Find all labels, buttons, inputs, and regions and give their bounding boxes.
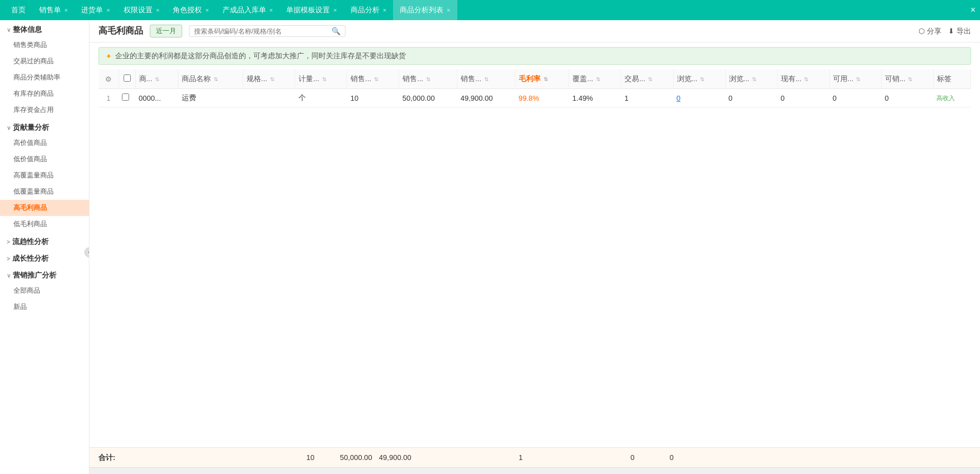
sidebar-section-贡献量分析[interactable]: ∨贡献量分析	[0, 118, 89, 135]
close-tab-icon[interactable]: ×	[106, 7, 110, 13]
sort-icon: ⇅	[698, 76, 704, 82]
sidebar-item-高价值商品[interactable]: 高价值商品	[0, 135, 89, 151]
nav-item-商品分析列表[interactable]: 商品分析列表×	[393, 0, 457, 20]
sidebar-item-低毛利商品[interactable]: 低毛利商品	[0, 216, 89, 232]
nav-item-销售单[interactable]: 销售单×	[32, 0, 74, 20]
header-actions: ⬡ 分享 ⬇ 导出	[919, 26, 971, 36]
chevron-icon: ∨	[7, 27, 11, 33]
close-tab-icon[interactable]: ×	[64, 7, 68, 13]
sidebar-item-有库存的商品[interactable]: 有库存的商品	[0, 86, 89, 102]
product-code: 0000...	[135, 89, 178, 107]
data-table: ⚙商... ⇅商品名称 ⇅规格... ⇅计量... ⇅销售... ⇅销售... …	[98, 69, 971, 107]
sidebar: « ∨整体信息销售类商品交易过的商品商品分类辅助率有库存的商品库存资金占用∨贡献…	[0, 20, 89, 474]
close-tab-icon[interactable]: ×	[269, 7, 273, 13]
sidebar-item-低覆盖量商品[interactable]: 低覆盖量商品	[0, 184, 89, 200]
product-spec	[243, 89, 295, 107]
column-header-15[interactable]: 可用... ⇅	[829, 69, 881, 89]
info-banner: ✦ 企业的主要的利润都是这部分商品创造的，可考虑加大推广，同时关注库存是不要出现…	[98, 47, 971, 65]
sidebar-section-成长性分析[interactable]: >成长性分析	[0, 249, 89, 266]
footer-cell-15	[706, 453, 745, 462]
close-all-tabs[interactable]: ×	[970, 5, 976, 15]
sidebar-section-整体信息[interactable]: ∨整体信息	[0, 20, 89, 37]
sidebar-item-销售类商品[interactable]: 销售类商品	[0, 37, 89, 53]
column-header-11[interactable]: 交易... ⇅	[621, 69, 673, 89]
sort-icon: ⇅	[372, 76, 378, 82]
close-tab-icon[interactable]: ×	[156, 7, 159, 13]
saleable-stock: 0	[881, 89, 933, 107]
sales-amount: 50,000.00	[399, 89, 457, 107]
footer-cell-8	[426, 453, 476, 462]
close-tab-icon[interactable]: ×	[383, 7, 386, 13]
close-tab-icon[interactable]: ×	[205, 7, 209, 13]
nav-item-产成品入库单[interactable]: 产成品入库单×	[216, 0, 280, 20]
sidebar-item-低价值商品[interactable]: 低价值商品	[0, 151, 89, 167]
browse-count1[interactable]: 0	[673, 89, 725, 107]
export-button[interactable]: ⬇ 导出	[948, 26, 971, 36]
sidebar-item-高毛利商品[interactable]: 高毛利商品	[0, 200, 89, 216]
column-header-16[interactable]: 可销... ⇅	[881, 69, 933, 89]
filter-recent-month-button[interactable]: 近一月	[150, 25, 182, 37]
sort-icon: ⇅	[646, 76, 652, 82]
column-header-12[interactable]: 浏览... ⇅	[673, 69, 725, 89]
select-all-checkbox[interactable]	[124, 74, 131, 82]
row-checkbox-input[interactable]	[122, 93, 129, 101]
column-header-7[interactable]: 销售... ⇅	[399, 69, 457, 89]
footer-cell-14: 0	[666, 453, 706, 462]
nav-item-进货单[interactable]: 进货单×	[74, 0, 116, 20]
sidebar-item-全部商品[interactable]: 全部商品	[0, 283, 89, 299]
close-tab-icon[interactable]: ×	[333, 7, 337, 13]
sidebar-item-商品分类辅助率[interactable]: 商品分类辅助率	[0, 69, 89, 86]
sidebar-section-label: 整体信息	[13, 25, 42, 35]
footer-cell-5: 10	[303, 453, 337, 462]
sort-icon: ⇅	[594, 76, 600, 82]
column-header-2[interactable]: 商... ⇅	[135, 69, 178, 89]
footer-cell-0	[143, 453, 163, 462]
column-header-5[interactable]: 计量... ⇅	[295, 69, 347, 89]
column-header-3[interactable]: 商品名称 ⇅	[178, 69, 243, 89]
column-header-6[interactable]: 销售... ⇅	[347, 69, 399, 89]
sort-icon: ⇅	[482, 76, 489, 82]
column-header-13[interactable]: 浏览... ⇅	[725, 69, 777, 89]
column-header-17: 标签	[933, 69, 970, 89]
sales-qty: 10	[347, 89, 399, 107]
column-header-10[interactable]: 覆盖... ⇅	[569, 69, 621, 89]
sidebar-section-流趋性分析[interactable]: >流趋性分析	[0, 232, 89, 249]
column-header-9[interactable]: 毛利率 ⇅	[515, 69, 569, 89]
sort-icon: ⇅	[212, 76, 218, 82]
footer-cell-4	[269, 453, 303, 462]
row-number: 1	[98, 89, 119, 107]
column-header-14[interactable]: 现有... ⇅	[777, 69, 829, 89]
row-checkbox[interactable]	[119, 89, 135, 107]
sort-icon: ⇅	[542, 76, 548, 82]
horizontal-scrollbar[interactable]	[89, 467, 980, 474]
sales-profit: 49,900.00	[457, 89, 515, 107]
info-banner-text: 企业的主要的利润都是这部分商品创造的，可考虑加大推广，同时关注库存是不要出现缺货	[115, 51, 406, 61]
sidebar-item-库存资金占用[interactable]: 库存资金占用	[0, 102, 89, 118]
sort-icon: ⇅	[907, 76, 913, 82]
nav-item-权限设置[interactable]: 权限设置×	[117, 0, 166, 20]
sidebar-section-label: 流趋性分析	[12, 237, 49, 247]
nav-item-单据模板设置[interactable]: 单据模板设置×	[280, 0, 343, 20]
column-header-8[interactable]: 销售... ⇅	[457, 69, 515, 89]
nav-item-商品分析[interactable]: 商品分析×	[344, 0, 393, 20]
sidebar-item-交易过的商品[interactable]: 交易过的商品	[0, 53, 89, 69]
sort-icon: ⇅	[750, 76, 756, 82]
close-tab-icon[interactable]: ×	[447, 7, 450, 13]
sidebar-item-新品[interactable]: 新品	[0, 299, 89, 315]
search-input[interactable]	[194, 27, 329, 35]
sidebar-item-高覆盖量商品[interactable]: 高覆盖量商品	[0, 167, 89, 184]
sidebar-section-营销推广分析[interactable]: ∨营销推广分析	[0, 266, 89, 283]
page-title: 高毛利商品	[98, 25, 143, 37]
footer-cell-12	[588, 453, 627, 462]
footer-cell-13: 0	[627, 453, 666, 462]
export-icon: ⬇	[948, 27, 954, 35]
chevron-icon: ∨	[7, 125, 11, 131]
product-tag: 高收入	[933, 89, 970, 107]
share-button[interactable]: ⬡ 分享	[919, 26, 941, 36]
search-icon[interactable]: 🔍	[332, 27, 340, 35]
settings-column-header[interactable]: ⚙	[98, 69, 119, 89]
sidebar-collapse-button[interactable]: «	[84, 247, 89, 257]
nav-item-角色授权[interactable]: 角色授权×	[166, 0, 215, 20]
nav-item-首页[interactable]: 首页	[4, 0, 32, 20]
column-header-4[interactable]: 规格... ⇅	[243, 69, 295, 89]
